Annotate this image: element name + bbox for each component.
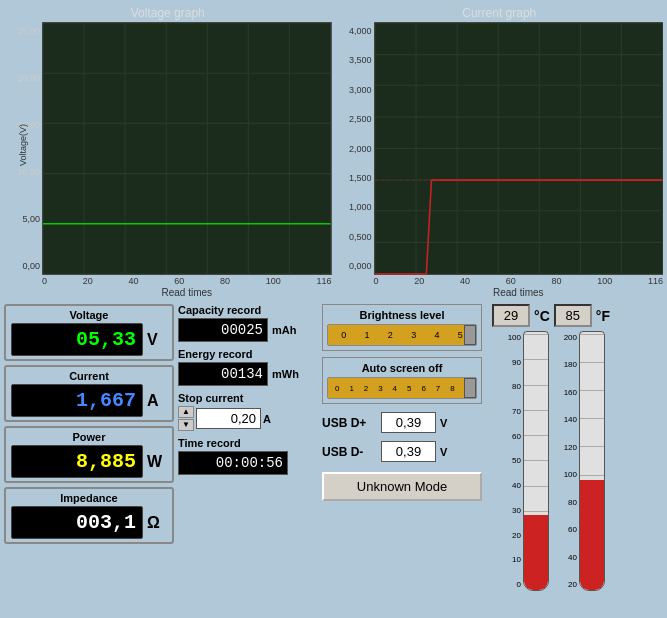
usb-dplus-input[interactable]	[381, 412, 436, 433]
auto-off-slider-handle[interactable]	[464, 378, 476, 398]
power-measurement: Power 8,885 W	[4, 426, 174, 483]
voltage-graph-container: Voltage graph 25,00 20,00 15,00 10,00 5,…	[4, 4, 332, 298]
energy-record-unit: mWh	[272, 368, 299, 380]
current-label: Current	[11, 370, 167, 382]
spin-down-button[interactable]: ▼	[178, 419, 194, 431]
voltage-graph-title: Voltage graph	[4, 4, 332, 22]
impedance-value: 003,1	[11, 506, 143, 539]
voltage-measurement: Voltage 05,33 V	[4, 304, 174, 361]
measurements-panel: Voltage 05,33 V Current 1,667 A Power 8,…	[4, 304, 174, 614]
voltage-unit: V	[147, 331, 167, 349]
stop-current-spinbox[interactable]: ▲ ▼	[178, 406, 194, 431]
stop-current-label: Stop current	[178, 392, 318, 404]
fahrenheit-thermometer: 200 180 160 140 120 100 80 60 40 20	[553, 331, 605, 614]
brightness-label: Brightness level	[327, 309, 477, 321]
power-unit: W	[147, 453, 167, 471]
spin-up-button[interactable]: ▲	[178, 406, 194, 418]
current-graph-svg	[375, 23, 663, 274]
usb-dminus-input[interactable]	[381, 441, 436, 462]
power-value: 8,885	[11, 445, 143, 478]
auto-off-slider[interactable]: 0 1 2 3 4 5 6 7 8 9	[327, 377, 477, 399]
capacity-record-unit: mAh	[272, 324, 296, 336]
brightness-slider-handle[interactable]	[464, 325, 476, 345]
usb-dminus-unit: V	[440, 446, 447, 458]
auto-off-label: Auto screen off	[327, 362, 477, 374]
energy-record: Energy record mWh	[178, 348, 318, 386]
usb-dplus-row: USB D+ V	[322, 412, 482, 433]
energy-record-label: Energy record	[178, 348, 318, 360]
voltage-graph-svg	[43, 23, 331, 274]
impedance-label: Impedance	[11, 492, 167, 504]
voltage-value: 05,33	[11, 323, 143, 356]
celsius-thermometer: 100 90 80 70 60 50 40 30 20 10 0	[497, 331, 549, 614]
celsius-thermo-fill	[524, 515, 548, 590]
bottom-panel: Voltage 05,33 V Current 1,667 A Power 8,…	[0, 300, 667, 618]
fahrenheit-input[interactable]	[554, 304, 592, 327]
time-record-label: Time record	[178, 437, 318, 449]
energy-record-input[interactable]	[178, 362, 268, 386]
stop-current-input[interactable]	[196, 408, 261, 429]
voltage-x-axis-label: Read times	[42, 287, 332, 298]
graphs-section: Voltage graph 25,00 20,00 15,00 10,00 5,…	[0, 0, 667, 300]
celsius-scale: 100 90 80 70 60 50 40 30 20 10 0	[497, 331, 523, 591]
time-record: Time record	[178, 437, 318, 475]
capacity-record-label: Capacity record	[178, 304, 318, 316]
current-unit: A	[147, 392, 167, 410]
usb-dplus-unit: V	[440, 417, 447, 429]
current-value: 1,667	[11, 384, 143, 417]
stop-current-unit: A	[263, 413, 271, 425]
voltage-label: Voltage	[11, 309, 167, 321]
capacity-record-input[interactable]	[178, 318, 268, 342]
current-x-axis-label: Read times	[374, 287, 664, 298]
celsius-input[interactable]	[492, 304, 530, 327]
unknown-mode-button[interactable]: Unknown Mode	[322, 472, 482, 501]
usb-dminus-label: USB D-	[322, 445, 377, 459]
fahrenheit-scale: 200 180 160 140 120 100 80 60 40 20	[553, 331, 579, 591]
capacity-record: Capacity record mAh	[178, 304, 318, 342]
power-label: Power	[11, 431, 167, 443]
fahrenheit-label: °F	[596, 308, 610, 324]
auto-screen-off-block: Auto screen off 0 1 2 3 4 5 6 7 8 9	[322, 357, 482, 404]
thermometer-panel: °C °F 100 90 80 70 60 50 40 30 20 10	[486, 304, 616, 614]
thermometers-row: 100 90 80 70 60 50 40 30 20 10 0	[497, 331, 605, 614]
controls-panel: Brightness level 0 1 2 3 4 5 Auto screen…	[322, 304, 482, 614]
impedance-measurement: Impedance 003,1 Ω	[4, 487, 174, 544]
brightness-slider[interactable]: 0 1 2 3 4 5	[327, 324, 477, 346]
temp-header: °C °F	[486, 304, 616, 327]
celsius-label: °C	[534, 308, 550, 324]
celsius-thermo-bar	[523, 331, 549, 591]
current-graph-title: Current graph	[336, 4, 664, 22]
current-measurement: Current 1,667 A	[4, 365, 174, 422]
brightness-block: Brightness level 0 1 2 3 4 5	[322, 304, 482, 351]
fahrenheit-thermo-fill	[580, 480, 604, 590]
records-panel: Capacity record mAh Energy record mWh St…	[178, 304, 318, 614]
usb-dplus-label: USB D+	[322, 416, 377, 430]
stop-current-block: Stop current ▲ ▼ A	[178, 392, 318, 431]
usb-dminus-row: USB D- V	[322, 441, 482, 462]
time-record-input[interactable]	[178, 451, 288, 475]
impedance-unit: Ω	[147, 514, 167, 532]
fahrenheit-thermo-bar	[579, 331, 605, 591]
current-graph-container: Current graph 4,000 3,500 3,000 2,500 2,…	[336, 4, 664, 298]
